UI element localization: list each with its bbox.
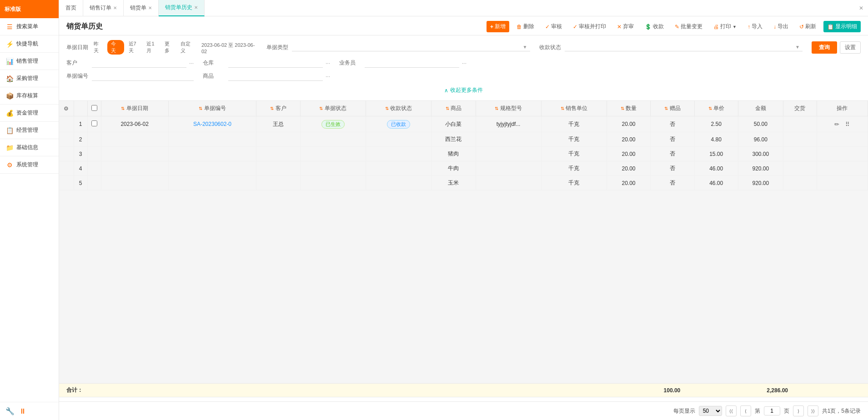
page-content: 销货单历史 + 新增 🗑 删除 ✓ 审核 ✓ 审核并打印 [59,16,868,420]
col-doc-no[interactable]: ⇅ 单据编号 [168,101,256,116]
audit-print-button[interactable]: ✓ 审核并打印 [569,21,610,32]
row-more-btn[interactable]: ⠿ [843,120,852,129]
col-collect-status[interactable]: ⇅ 收款状态 [366,101,431,116]
row-doc-no[interactable]: SA-20230602-0 [168,116,256,132]
date-shortcut-more[interactable]: 更多 [163,40,176,55]
query-button[interactable]: 查询 [812,41,837,54]
row-edit-btn[interactable]: ✏ [833,120,842,129]
tab-sales-goods-history-close[interactable]: ✕ [194,5,198,10]
row-gear-cell [59,116,74,132]
sidebar-item-inventory-calc[interactable]: 📦 库存核算 [0,87,59,105]
col-spec-type[interactable]: ⇅ 规格型号 [476,101,541,116]
doc-no-link[interactable]: SA-20230602-0 [193,121,231,127]
tab-close-all-btn[interactable]: ✕ [854,0,868,16]
row-goods: 小白菜 [431,116,476,132]
col-gear[interactable]: ⚙ [59,101,74,116]
tab-home[interactable]: 首页 [59,0,83,16]
sidebar-item-funds-mgmt[interactable]: 💰 资金管理 [0,105,59,122]
doc-no-input[interactable] [92,71,194,81]
staff-input[interactable] [365,58,459,68]
row-spec-type [476,132,541,147]
select-all-checkbox[interactable] [91,105,97,111]
per-page-select[interactable]: 50 100 200 [699,406,722,416]
table-footer: 合计： 100.00 2,286.00 [59,383,868,397]
doc-status-badge: 已生效 [321,120,345,129]
prev-page-btn[interactable]: ⟨ [740,405,751,416]
col-unit-price[interactable]: ⇅ 单价 [694,101,738,116]
show-detail-icon: 📋 [827,24,834,30]
pause-icon[interactable]: ⏸ [19,407,26,415]
row-checkbox-cell[interactable] [87,161,101,176]
col-gift[interactable]: ⇅ 赠品 [651,101,694,116]
last-page-btn[interactable]: ⟩⟩ [808,405,818,416]
search-menu-icon: ☰ [5,23,14,30]
tab-sales-order-close[interactable]: ✕ [113,5,117,10]
tab-sales-order[interactable]: 销售订单 ✕ [83,0,124,16]
next-page-btn[interactable]: ⟩ [793,405,804,416]
refresh-button[interactable]: ↺ 刷新 [796,21,820,32]
row-checkbox-cell[interactable] [87,147,101,161]
goods-dots[interactable]: ··· [326,73,330,80]
customer-dots[interactable]: ··· [189,60,194,66]
collect-status-select[interactable]: ▼ [565,43,803,51]
col-doc-status[interactable]: ⇅ 单据状态 [300,101,366,116]
tab-home-label: 首页 [65,4,76,12]
customer-input[interactable] [92,58,186,68]
date-shortcut-yesterday[interactable]: 昨天 [92,40,105,55]
sidebar-item-search-menu[interactable]: ☰ 搜索菜单 [0,18,59,35]
scrollbar-area[interactable] [59,397,868,401]
discard-icon: ✕ [617,24,622,30]
row-checkbox[interactable] [91,120,97,126]
doc-type-select[interactable]: ▼ [292,43,530,51]
show-detail-button[interactable]: 📋 显示明细 [823,21,861,32]
row-checkbox-cell[interactable] [87,132,101,147]
sidebar-item-purchase-mgmt[interactable]: 🏠 采购管理 [0,70,59,87]
filter-customer: 客户 ··· [66,58,194,68]
warehouse-input[interactable] [228,58,323,68]
col-quantity[interactable]: ⇅ 数量 [607,101,650,116]
sidebar-item-quick-nav[interactable]: ⚡ 快捷导航 [0,35,59,53]
batch-change-button[interactable]: ✎ 批量变更 [671,21,706,32]
import-button[interactable]: ↑ 导入 [744,21,766,32]
settings-button[interactable]: 设置 [840,41,861,54]
print-button[interactable]: 🖨 打印 ▼ [710,21,740,32]
collect-button[interactable]: 💲 收款 [641,21,667,32]
row-checkbox-cell[interactable] [87,116,101,132]
table-body: 12023-06-02SA-20230602-0王总已生效已收款小白菜tyjyj… [59,116,868,190]
col-goods[interactable]: ⇅ 商品 [431,101,476,116]
sidebar-item-label: 系统管理 [16,161,38,169]
tab-sales-goods-close[interactable]: ✕ [148,5,152,10]
date-shortcut-1month[interactable]: 近1月 [145,40,160,55]
first-page-btn[interactable]: ⟨⟨ [726,405,737,416]
sort-icon: ⇅ [621,106,624,111]
page-input[interactable] [764,406,780,415]
collect-label: 收款 [653,23,664,30]
date-shortcut-custom[interactable]: 自定义 [179,40,196,55]
tab-sales-goods[interactable]: 销货单 ✕ [124,0,159,16]
sidebar-item-system-mgmt[interactable]: ⚙ 系统管理 [0,156,59,174]
col-customer[interactable]: ⇅ 客户 [256,101,300,116]
goods-input[interactable] [228,71,323,81]
staff-dots[interactable]: ··· [462,60,467,66]
sidebar-item-basic-info[interactable]: 📁 基础信息 [0,139,59,156]
discard-button[interactable]: ✕ 弃审 [613,21,637,32]
col-doc-date[interactable]: ⇅ 单据日期 [101,101,168,116]
row-checkbox-cell[interactable] [87,176,101,190]
row-doc-status [300,176,366,190]
row-quantity: 20.00 [607,147,650,161]
export-button[interactable]: ↓ 导出 [770,21,792,32]
filter-staff: 业务员 ··· [339,58,467,68]
collapse-button[interactable]: ∧ 收起更多条件 [66,85,861,96]
audit-button[interactable]: ✓ 审核 [542,21,566,32]
date-shortcut-today[interactable]: 今天 [107,40,124,55]
tab-sales-goods-history[interactable]: 销货单历史 ✕ [159,0,205,16]
date-shortcut-7days[interactable]: 近7天 [127,40,142,55]
settings-icon[interactable]: 🔧 [5,407,15,415]
delete-button[interactable]: 🗑 删除 [513,21,538,32]
warehouse-dots[interactable]: ··· [326,60,330,66]
add-button[interactable]: + 新增 [487,21,509,32]
col-sales-unit[interactable]: ⇅ 销售单位 [541,101,607,116]
sidebar-item-sales-mgmt[interactable]: 📊 销售管理 [0,53,59,70]
system-mgmt-icon: ⚙ [5,161,14,169]
sidebar-item-ops-mgmt[interactable]: 📋 经营管理 [0,122,59,139]
